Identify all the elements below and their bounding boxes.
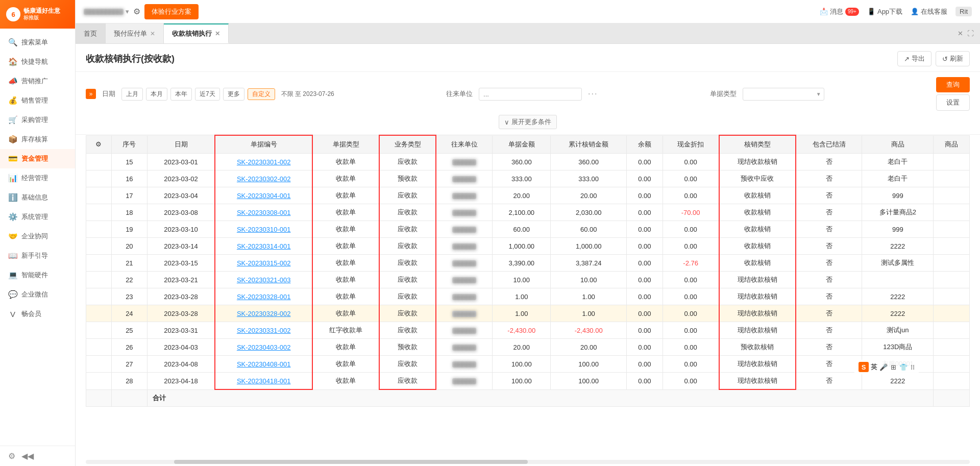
online-service-btn[interactable]: 👤 在线客服 [911,7,947,16]
last-month-btn[interactable]: 上月 [121,88,143,101]
this-year-btn[interactable]: 本年 [170,88,192,101]
receipt-type-select[interactable] [743,88,824,101]
sidebar-item-guide[interactable]: 📖 新手引导 [0,246,75,265]
sidebar-item-quick-nav[interactable]: 🏠 快捷导航 [0,52,75,71]
horizontal-scrollbar[interactable] [86,460,970,464]
sidebar-item-sales[interactable]: 💰 销售管理 [0,91,75,110]
filter-settings-btn[interactable]: 设置 [936,94,970,111]
table-row: 242023-03-28SK-20230328-002收款单应收款██████1… [86,305,970,322]
cell-3[interactable]: SK-20230302-002 [215,170,313,187]
cell-3[interactable]: SK-20230328-002 [215,305,313,322]
cell-13: 测试多属性 [862,255,934,272]
cell-0 [86,238,112,255]
watermark-mic-icon[interactable]: 🎤 [879,363,888,371]
tab-pre-payment[interactable]: 预付应付单 ✕ [106,23,164,43]
page-title: 收款核销执行(按收款) [86,53,175,65]
receipt-type-select-wrapper [743,88,824,101]
scrollbar-thumb[interactable] [174,460,528,464]
cell-3[interactable]: SK-20230314-001 [215,238,313,255]
company-selector[interactable]: ██████████ ▾ [84,8,129,15]
col-setting[interactable]: ⚙ [86,135,112,154]
cell-12: 否 [796,322,862,339]
export-btn[interactable]: ↗ 导出 [897,51,932,66]
wechat-icon: 💬 [8,290,17,299]
tab-home[interactable]: 首页 [76,23,106,43]
cell-11: 收款核销 [719,204,796,221]
this-month-btn[interactable]: 本月 [146,88,167,101]
cell-13: 老白干 [862,154,934,170]
cell-6: ██████ [436,339,492,356]
cell-3[interactable]: SK-20230315-002 [215,255,313,272]
tab-pre-payment-close[interactable]: ✕ [150,30,155,37]
watermark-grid-icon[interactable]: ⊞ [891,363,896,371]
sidebar-item-wechat[interactable]: 💬 企业微信 [0,285,75,304]
sidebar-item-basic[interactable]: ℹ️ 基础信息 [0,188,75,207]
counterpart-input[interactable] [479,88,582,101]
expand-more-row: ∨ 展开更多条件 [86,115,970,129]
filter-toggle-btn[interactable]: » [86,89,96,99]
cell-7: 3,390.00 [493,255,551,272]
industry-solution-btn[interactable]: 体验行业方案 [144,4,199,19]
cell-3[interactable]: SK-20230310-001 [215,221,313,238]
cell-4: 收款单 [312,187,379,204]
cell-1: 17 [111,187,148,204]
cell-0 [86,322,112,339]
footer-empty-2 [111,389,148,407]
table-row: 232023-03-28SK-20230328-001收款单应收款██████1… [86,288,970,305]
tab-receipt-verify-close[interactable]: ✕ [215,30,220,37]
cell-3[interactable]: SK-20230403-002 [215,339,313,356]
cell-10: 0.00 [663,322,719,339]
cell-3[interactable]: SK-20230301-002 [215,154,313,170]
sidebar-item-finance[interactable]: 💳 资金管理 [0,149,75,168]
cell-0 [86,187,112,204]
sidebar-item-marketing[interactable]: 📣 营销推广 [0,71,75,91]
sidebar-item-purchase[interactable]: 🛒 采购管理 [0,110,75,130]
sidebar-item-collab[interactable]: 🤝 企业协同 [0,227,75,246]
cell-3[interactable]: SK-20230328-001 [215,288,313,305]
watermark-shirt-icon[interactable]: 👕 [899,363,908,371]
header-gear-icon[interactable]: ⚙ [133,7,140,16]
cell-5: 应收款 [379,255,436,272]
cell-2: 2023-03-01 [148,154,215,170]
cell-7: 1,000.00 [493,238,551,255]
app-download-btn[interactable]: 📱 App下载 [867,7,902,16]
settings-icon[interactable]: ⚙ [8,451,15,461]
col-goods: 商品 [862,135,934,154]
sidebar-item-member[interactable]: V 畅会员 [0,304,75,324]
refresh-btn[interactable]: ↺ 刷新 [936,51,970,66]
collapse-icon[interactable]: ◀◀ [21,451,34,461]
cell-13: 999 [862,221,934,238]
cell-3[interactable]: SK-20230408-001 [215,356,313,373]
last-7-days-btn[interactable]: 近7天 [195,88,220,101]
filter-row-1: » 日期 上月 本月 本年 近7天 更多 自定义 不限 至 2023-07-26… [86,77,970,111]
cell-10: 0.00 [663,305,719,322]
cell-3[interactable]: SK-20230418-001 [215,373,313,390]
tab-expand-icon[interactable]: ⛶ [967,30,974,37]
table-row: 162023-03-02SK-20230302-002收款单预收款██████3… [86,170,970,187]
more-date-btn[interactable]: 更多 [223,88,244,101]
query-btn[interactable]: 查询 [936,77,970,92]
cell-14 [934,221,970,238]
sidebar-item-hardware[interactable]: 💻 智能硬件 [0,265,75,285]
cell-13: 2222 [862,288,934,305]
tab-close-icon[interactable]: ✕ [958,30,963,37]
sidebar-item-inventory[interactable]: 📦 库存核算 [0,130,75,149]
user-avatar[interactable]: Rit [955,7,972,16]
cell-13 [862,272,934,288]
tab-receipt-verify[interactable]: 收款核销执行 ✕ [164,23,229,43]
watermark-dots-icon[interactable]: ⁞⁞ [911,363,915,371]
custom-date-badge[interactable]: 自定义 [248,88,275,100]
cell-7: 20.00 [493,339,551,356]
sidebar-item-operations[interactable]: 📊 经营管理 [0,168,75,188]
expand-more-btn[interactable]: ∨ 展开更多条件 [499,115,557,129]
cell-0 [86,204,112,221]
cell-3[interactable]: SK-20230308-001 [215,204,313,221]
notification-btn[interactable]: 📩 消息 99+ [820,7,859,16]
cell-8: 1.00 [551,305,627,322]
cell-3[interactable]: SK-20230304-001 [215,187,313,204]
sidebar-item-search[interactable]: 🔍 搜索菜单 [0,33,75,52]
sidebar-item-system[interactable]: ⚙️ 系统管理 [0,207,75,227]
cell-3[interactable]: SK-20230321-003 [215,272,313,288]
cell-12: 否 [796,154,862,170]
cell-3[interactable]: SK-20230331-002 [215,322,313,339]
